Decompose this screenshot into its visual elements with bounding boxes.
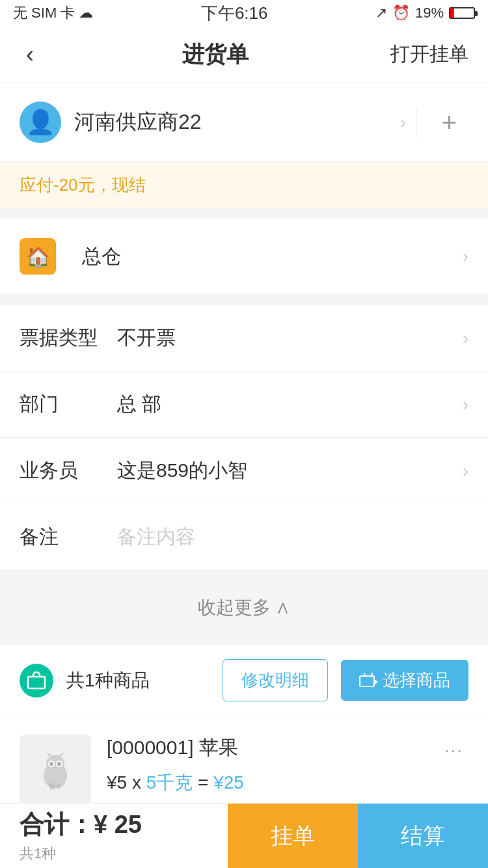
signal-icon: ↗ [375, 5, 387, 21]
pending-button[interactable]: 挂单 [228, 804, 358, 869]
svg-text:督十: 督十 [49, 783, 62, 790]
svg-rect-0 [28, 677, 45, 688]
total-label: 合计： [20, 811, 94, 838]
select-product-label: 选择商品 [383, 669, 450, 692]
warehouse-icon: 🏠 [20, 238, 56, 275]
status-time: 下午6:16 [201, 2, 268, 25]
unit-price: ¥5 [107, 772, 127, 793]
checkout-button[interactable]: 结算 [358, 804, 488, 869]
remark-input[interactable]: 备注内容 [104, 524, 468, 550]
dept-row[interactable]: 部门 总 部 › [0, 372, 488, 438]
chevron-right-icon: › [463, 328, 468, 349]
svg-point-9 [49, 762, 53, 766]
select-product-button[interactable]: 选择商品 [341, 660, 468, 701]
total-bar: 合计：¥ 25 共1种 挂单 结算 [0, 803, 488, 868]
form-section: 票据类型 不开票 › 部门 总 部 › 业务员 这是859的小智 › 备注 备注… [0, 305, 488, 571]
product-thumb-img: 督十 [29, 744, 81, 796]
product-count-text: 共1种商品 [66, 668, 210, 693]
product-name: [0000001] 苹果 [107, 735, 424, 761]
staff-row[interactable]: 业务员 这是859的小智 › [0, 438, 488, 504]
dept-value: 总 部 [104, 391, 463, 418]
chevron-right-icon: › [463, 461, 468, 481]
status-bar: 无 SIM 卡 ☁ 下午6:16 ↗ ⏰ 19% [0, 0, 488, 26]
equal-sign: = [198, 772, 213, 793]
supplier-name: 河南供应商22 [74, 108, 400, 137]
product-code: [0000001] [107, 737, 193, 758]
chevron-right-icon: › [463, 394, 468, 415]
nav-bar: ‹ 进货单 打开挂单 [0, 26, 488, 83]
alarm-icon: ⏰ [392, 5, 410, 21]
battery-text: 19% [415, 5, 444, 21]
dept-label: 部门 [20, 391, 104, 418]
invoice-value: 不开票 [104, 325, 463, 351]
warehouse-section: 🏠 总仓 › [0, 219, 488, 295]
product-thumbnail: 督十 [20, 735, 91, 806]
remark-row[interactable]: 备注 备注内容 [0, 504, 488, 571]
open-pending-button[interactable]: 打开挂单 [390, 41, 468, 68]
product-section: 共1种商品 修改明细 选择商品 [0, 645, 488, 824]
staff-value: 这是859的小智 [104, 457, 463, 484]
invoice-label: 票据类型 [20, 325, 104, 351]
supplier-row[interactable]: 👤 河南供应商22 › + [0, 83, 488, 162]
modify-detail-button[interactable]: 修改明细 [223, 659, 328, 701]
svg-rect-1 [360, 676, 374, 686]
product-header: 共1种商品 修改明细 选择商品 [0, 645, 488, 716]
battery-icon [449, 7, 475, 19]
collapse-toggle[interactable]: 收起更多 ∧ [0, 581, 488, 634]
warehouse-name: 总仓 [69, 243, 463, 270]
svg-point-10 [57, 762, 61, 766]
total-info: 合计：¥ 25 共1种 [0, 808, 228, 863]
total-value: ¥ 25 [94, 811, 142, 838]
product-price: ¥5 x 5千克 = ¥25 [107, 770, 424, 795]
total-sub: 共1种 [20, 844, 208, 863]
warehouse-row[interactable]: 🏠 总仓 › [0, 219, 488, 295]
sim-label: 无 SIM 卡 ☁ [13, 3, 93, 23]
product-info: [0000001] 苹果 ¥5 x 5千克 = ¥25 [107, 735, 424, 795]
invoice-row[interactable]: 票据类型 不开票 › [0, 305, 488, 372]
chevron-right-icon: › [400, 112, 406, 133]
staff-label: 业务员 [20, 457, 104, 484]
status-left: 无 SIM 卡 ☁ [13, 3, 93, 23]
supplier-avatar: 👤 [20, 102, 61, 143]
product-count-icon [20, 664, 53, 698]
page-title: 进货单 [182, 40, 249, 70]
payment-notice: 应付-20元，现结 [0, 162, 488, 208]
chevron-right-icon: › [463, 246, 468, 267]
remark-label: 备注 [20, 524, 104, 550]
quantity: 5千克 [146, 772, 193, 793]
avatar-icon: 👤 [26, 109, 55, 136]
subtotal: ¥25 [213, 772, 244, 793]
status-right: ↗ ⏰ 19% [375, 5, 475, 21]
back-button[interactable]: ‹ [20, 34, 40, 75]
product-title: 苹果 [199, 737, 238, 758]
total-amount: 合计：¥ 25 [20, 808, 208, 841]
supplier-section: 👤 河南供应商22 › + 应付-20元，现结 [0, 83, 488, 208]
product-more-button[interactable]: ··· [439, 735, 468, 766]
multiply-sign: x [132, 772, 146, 793]
add-supplier-button[interactable]: + [416, 108, 468, 137]
